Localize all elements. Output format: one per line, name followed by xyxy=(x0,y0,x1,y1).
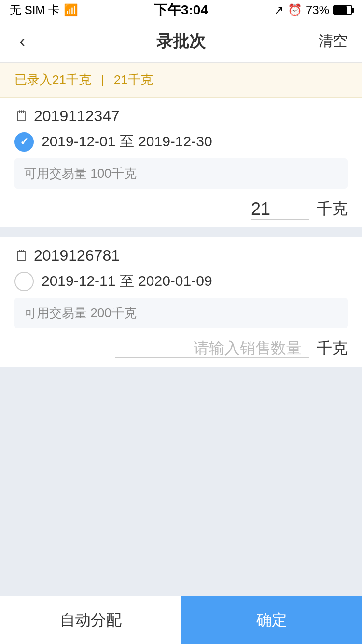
batch-2-quantity-input[interactable] xyxy=(115,339,309,358)
summary-banner: 已录入21千克 | 21千克 xyxy=(0,63,362,98)
battery-percent: 73% xyxy=(306,3,329,17)
batch-2-unit: 千克 xyxy=(317,338,348,359)
status-bar: 无 SIM 卡 📶 下午3:04 ↗ ⏰ 73% xyxy=(0,0,362,20)
status-right: ↗ ⏰ 73% xyxy=(274,3,352,17)
auto-distribute-label: 自动分配 xyxy=(60,610,122,631)
auto-distribute-button[interactable]: 自动分配 xyxy=(0,596,181,644)
batch-2-avail: 可用交易量 200千克 xyxy=(14,298,348,328)
back-button[interactable]: ‹ xyxy=(14,27,30,56)
batch-2-input-row[interactable]: 千克 xyxy=(0,328,362,367)
summary-divider: | xyxy=(101,72,104,87)
batch-2-checkbox[interactable] xyxy=(14,272,34,291)
batch-1-avail-text: 可用交易量 100千克 xyxy=(24,166,137,181)
batch-2-avail-text: 可用交易量 200千克 xyxy=(24,306,137,320)
bottom-bar: 自动分配 确定 xyxy=(0,596,362,644)
batch-2-date-row: 2019-12-11 至 2020-01-09 xyxy=(14,271,348,291)
nav-bar: ‹ 录批次 清空 xyxy=(0,20,362,63)
status-time: 下午3:04 xyxy=(154,1,208,19)
alarm-icon: ⏰ xyxy=(288,3,302,17)
batch-2-id: 2019126781 xyxy=(34,247,120,265)
status-left: 无 SIM 卡 📶 xyxy=(10,2,78,18)
batch-1-date-row: 2019-12-01 至 2019-12-30 xyxy=(14,132,348,152)
summary-recorded: 已录入21千克 xyxy=(14,71,91,88)
batch-1-checkbox[interactable] xyxy=(14,132,34,152)
batch-card-2: 🗒 2019126781 2019-12-11 至 2020-01-09 可用交… xyxy=(0,237,362,367)
location-icon: ↗ xyxy=(274,3,284,17)
carrier-text: 无 SIM 卡 xyxy=(10,2,60,18)
batch-1-quantity: 21 xyxy=(251,199,309,220)
batch-1-id-row: 🗒 2019112347 xyxy=(14,107,348,125)
batch-1-avail: 可用交易量 100千克 xyxy=(14,158,348,189)
batch-2-date: 2019-12-11 至 2020-01-09 xyxy=(42,271,212,291)
batch-2-icon: 🗒 xyxy=(14,248,29,264)
batch-2-id-row: 🗒 2019126781 xyxy=(14,247,348,265)
batch-1-unit: 千克 xyxy=(317,198,348,220)
batch-1-id: 2019112347 xyxy=(34,107,120,125)
clear-button[interactable]: 清空 xyxy=(319,31,348,51)
confirm-label: 确定 xyxy=(256,610,287,631)
page-title: 录批次 xyxy=(156,30,206,53)
batch-1-date: 2019-12-01 至 2019-12-30 xyxy=(42,132,212,152)
battery-icon xyxy=(333,5,352,15)
section-separator-1 xyxy=(0,227,362,237)
batch-card-1: 🗒 2019112347 2019-12-01 至 2019-12-30 可用交… xyxy=(0,98,362,227)
empty-area xyxy=(0,367,362,596)
confirm-button[interactable]: 确定 xyxy=(181,596,362,644)
summary-amount: 21千克 xyxy=(114,71,153,88)
batch-1-icon: 🗒 xyxy=(14,108,29,125)
wifi-icon: 📶 xyxy=(64,3,78,17)
batch-1-quantity-row: 21 千克 xyxy=(0,189,362,227)
